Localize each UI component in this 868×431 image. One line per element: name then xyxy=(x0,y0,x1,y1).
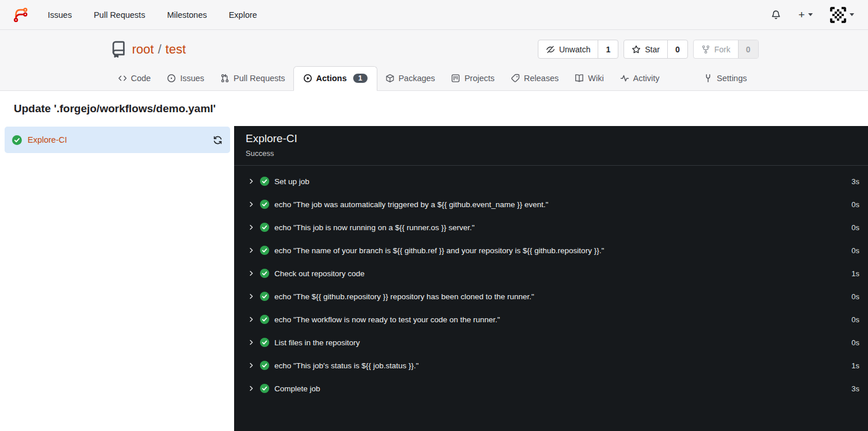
job-log-panel: Explore-CI Success Set up job 3s echo "T… xyxy=(234,126,868,431)
tab-actions[interactable]: Actions 1 xyxy=(293,66,377,91)
tab-settings[interactable]: Settings xyxy=(695,67,755,90)
step-duration: 0s xyxy=(851,292,859,301)
step-row[interactable]: Complete job 3s xyxy=(234,377,868,400)
tab-label: Actions xyxy=(316,74,347,83)
tab-activity[interactable]: Activity xyxy=(612,67,668,90)
success-check-icon xyxy=(260,269,269,278)
star-button[interactable]: Star 0 xyxy=(624,40,687,59)
step-row[interactable]: echo "The workflow is now ready to test … xyxy=(234,308,868,331)
step-name: List files in the repository xyxy=(274,338,360,347)
log-job-status: Success xyxy=(246,149,856,158)
rerun-job-icon[interactable] xyxy=(213,135,223,145)
step-name: echo "The workflow is now ready to test … xyxy=(274,315,500,324)
success-check-icon xyxy=(260,338,269,347)
repo-name-link[interactable]: test xyxy=(166,42,186,57)
tab-label: Code xyxy=(131,74,151,83)
top-navbar: Issues Pull Requests Milestones Explore … xyxy=(0,0,868,30)
stars-count[interactable]: 0 xyxy=(667,40,687,58)
tools-icon xyxy=(703,74,713,83)
tab-packages[interactable]: Packages xyxy=(377,67,443,90)
success-check-icon xyxy=(260,384,269,393)
success-check-icon xyxy=(260,200,269,209)
chevron-right-icon xyxy=(248,247,255,254)
step-row[interactable]: Check out repository code 1s xyxy=(234,262,868,285)
navbar-right: + xyxy=(765,3,860,26)
fork-label: Fork xyxy=(714,45,731,54)
actions-run-page: Update '.forgejo/workflows/demo.yaml' Ex… xyxy=(0,91,868,431)
git-pull-request-icon xyxy=(220,74,230,83)
notifications-button[interactable] xyxy=(765,6,787,24)
steps-list: Set up job 3s echo "The job was automati… xyxy=(234,166,868,404)
tab-pull-requests[interactable]: Pull Requests xyxy=(212,67,293,90)
unwatch-button[interactable]: Unwatch 1 xyxy=(538,40,618,59)
chevron-down-icon xyxy=(808,13,813,16)
watchers-count[interactable]: 1 xyxy=(598,40,618,58)
nav-link-milestones[interactable]: Milestones xyxy=(156,0,217,30)
tab-issues[interactable]: Issues xyxy=(159,67,212,90)
tag-icon xyxy=(511,74,520,83)
book-open-icon xyxy=(575,74,584,83)
chevron-right-icon xyxy=(248,201,255,208)
step-duration: 0s xyxy=(851,246,859,255)
job-item-explore-ci[interactable]: Explore-CI xyxy=(5,127,230,153)
success-check-icon xyxy=(260,223,269,232)
success-check-icon xyxy=(260,246,269,255)
code-icon xyxy=(118,74,127,83)
step-duration: 0s xyxy=(851,223,859,232)
step-name: Complete job xyxy=(274,384,320,393)
nav-link-explore[interactable]: Explore xyxy=(218,0,268,30)
step-duration: 0s xyxy=(851,200,859,209)
chevron-right-icon xyxy=(248,339,255,346)
user-menu-button[interactable] xyxy=(824,3,860,26)
step-duration: 0s xyxy=(851,338,859,347)
actions-count-badge: 1 xyxy=(353,74,368,83)
success-check-icon xyxy=(260,361,269,370)
repo-action-buttons: Unwatch 1 Star 0 xyxy=(538,40,759,59)
tab-projects[interactable]: Projects xyxy=(443,67,502,90)
tab-label: Wiki xyxy=(588,74,603,83)
repo-owner-link[interactable]: root xyxy=(132,42,154,57)
tab-code[interactable]: Code xyxy=(110,67,159,90)
success-check-icon xyxy=(260,292,269,301)
step-name: echo "The name of your branch is ${{ git… xyxy=(274,246,604,255)
nav-link-issues[interactable]: Issues xyxy=(37,0,83,30)
step-duration: 1s xyxy=(851,361,859,370)
navbar-links: Issues Pull Requests Milestones Explore xyxy=(37,0,268,30)
chevron-right-icon xyxy=(248,270,255,277)
step-row[interactable]: echo "The job was automatically triggere… xyxy=(234,193,868,216)
step-row[interactable]: echo "This job's status is ${{ job.statu… xyxy=(234,354,868,377)
create-new-button[interactable]: + xyxy=(793,6,819,24)
step-duration: 0s xyxy=(851,315,859,324)
nav-link-pull-requests[interactable]: Pull Requests xyxy=(83,0,156,30)
step-name: echo "This job's status is ${{ job.statu… xyxy=(274,361,419,370)
avatar xyxy=(830,7,846,23)
chevron-right-icon xyxy=(248,362,255,369)
star-icon xyxy=(632,45,641,54)
step-row[interactable]: List files in the repository 0s xyxy=(234,331,868,354)
step-name: echo "The ${{ github.repository }} repos… xyxy=(274,292,534,301)
step-row[interactable]: echo "This job is now running on a ${{ r… xyxy=(234,216,868,239)
forgejo-logo[interactable] xyxy=(12,6,29,24)
repo-header: root / test Unwatch 1 xyxy=(0,30,868,91)
tab-wiki[interactable]: Wiki xyxy=(567,67,611,90)
tab-label: Settings xyxy=(717,74,747,83)
step-row[interactable]: echo "The ${{ github.repository }} repos… xyxy=(234,285,868,308)
tab-releases[interactable]: Releases xyxy=(503,67,567,90)
step-row[interactable]: echo "The name of your branch is ${{ git… xyxy=(234,239,868,262)
step-row[interactable]: Set up job 3s xyxy=(234,170,868,193)
star-label: Star xyxy=(645,45,660,54)
job-name: Explore-CI xyxy=(28,135,67,144)
pulse-icon xyxy=(620,74,629,83)
play-circle-icon xyxy=(303,74,312,83)
step-name: echo "The job was automatically triggere… xyxy=(274,200,548,209)
breadcrumb-separator: / xyxy=(158,42,161,57)
log-job-title: Explore-CI xyxy=(246,132,856,145)
run-title: Update '.forgejo/workflows/demo.yaml' xyxy=(0,91,868,126)
repo-tabs: Code Issues Pull Requests xyxy=(110,66,759,90)
repo-breadcrumb: root / test xyxy=(132,42,186,57)
chevron-right-icon xyxy=(248,293,255,300)
chevron-down-icon xyxy=(850,13,854,16)
forks-count: 0 xyxy=(738,40,758,58)
fork-button: Fork 0 xyxy=(693,40,759,59)
step-duration: 1s xyxy=(851,269,859,278)
